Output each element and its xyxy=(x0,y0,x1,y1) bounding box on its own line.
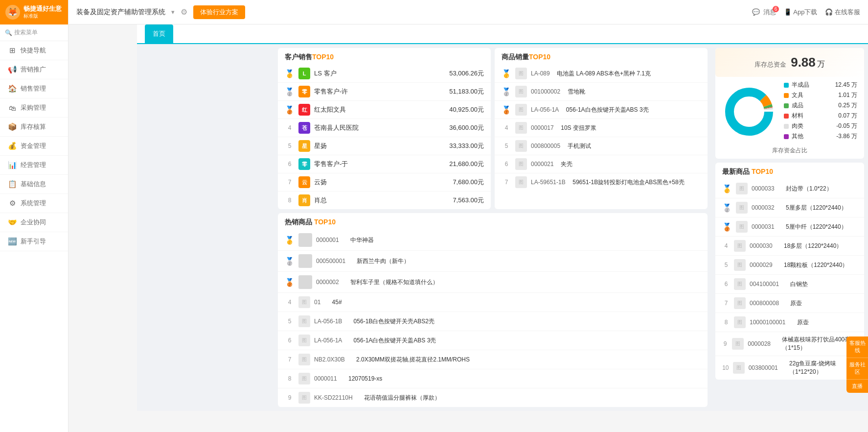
newest-header: 最新商品 TOP10 xyxy=(715,163,864,179)
logo-icon: 🦊 xyxy=(5,4,21,20)
sidebar-item-basic-info[interactable]: 📋基础信息 xyxy=(0,175,68,194)
customer-name: 零售客户-于 xyxy=(314,160,445,168)
system-label: 系统管理 xyxy=(21,199,46,208)
rank-num: 7 xyxy=(285,179,295,186)
legend-item: 成品 0.25 万 xyxy=(784,101,857,110)
sidebar-item-system[interactable]: ⚙系统管理 xyxy=(0,194,68,213)
sidebar-item-enterprise[interactable]: 🤝企业协同 xyxy=(0,213,68,232)
product-code: NB2.0X30B xyxy=(314,356,345,363)
product-name: 原壶 xyxy=(797,318,809,327)
customer-amount: 33,333.00元 xyxy=(449,142,484,150)
search-menu-btn[interactable]: 🔍 搜索菜单 xyxy=(5,28,63,37)
product-qty-row: 5 图 000800005 手机测试 xyxy=(495,137,708,155)
floating-btns: 客服热线服务社区直播 xyxy=(846,336,868,393)
product-thumb xyxy=(298,254,312,268)
newest-products-card: 最新商品 TOP10 🥇 图 0000033 封边带（1.0*22） 🥈 图 0… xyxy=(715,163,864,380)
product-qty-title: 商品销量TOP10 xyxy=(502,53,550,62)
sidebar-item-marketing[interactable]: 📢营销推广 xyxy=(0,60,68,79)
product-qty-row: 7 图 LA-59651-1B 59651-1B旋转投影灯电池盒ABS黑色+58… xyxy=(495,173,708,191)
product-code: 0000021 xyxy=(531,161,554,168)
customer-row: 5 星 星扬 33,333.00元 xyxy=(278,137,491,155)
rank-medal: 🥈 xyxy=(502,87,511,96)
gear-icon[interactable]: ⚙ xyxy=(181,7,187,17)
dropdown-icon[interactable]: ▾ xyxy=(171,8,175,16)
customer-list: 🥇 L LS 客户 53,006.26元 🥈 零 零售客户-许 51,183.0… xyxy=(278,65,491,209)
tab-home[interactable]: 首页 xyxy=(145,24,173,43)
product-name: 手机测试 xyxy=(568,143,591,149)
rank-medal: 🥇 xyxy=(722,184,732,193)
customer-name: 星扬 xyxy=(314,142,445,150)
hot-product-row: 🥇 0000001 中华神器 xyxy=(278,230,708,251)
product-code: LA-056-1B xyxy=(314,318,342,325)
rank-num: 8 xyxy=(285,375,295,382)
customer-row: 4 苍 苍南县人民医院 36,600.00元 xyxy=(278,119,491,137)
hot-product-row: 5 图 LA-056-1B 056-1B白色按键开关壳ABS2壳 xyxy=(278,312,708,331)
floating-btn[interactable]: 直播 xyxy=(846,380,868,393)
hot-product-row: 7 图 NB2.0X30B 2.0X30MM双搓花轴,搓花直径2.1MM/ROH… xyxy=(278,350,708,369)
product-icon: 图 xyxy=(734,240,746,252)
product-code: LA-089 xyxy=(531,70,550,77)
product-name: 原壶 xyxy=(790,299,802,308)
sidebar-item-operations[interactable]: 📊经营管理 xyxy=(0,156,68,175)
inventory-chart-label: 库存资金占比 xyxy=(715,146,864,159)
center-panel: 客户销售TOP10 🥇 L LS 客户 53,006.26元 🥈 零 零售客户-… xyxy=(274,44,711,411)
topbar-right: 💬 6 消息 📱 App下载 🎧 在线客服 xyxy=(752,8,860,17)
product-qty-row: 4 图 0000017 10S 变扭罗浆 xyxy=(495,119,708,137)
product-code: 0000029 xyxy=(750,262,773,268)
product-icon: 图 xyxy=(515,158,527,170)
app-download-btn[interactable]: 📱 App下载 xyxy=(784,8,817,17)
product-code: 0000028 xyxy=(748,340,771,347)
product-icon: 图 xyxy=(515,68,527,79)
message-btn[interactable]: 💬 6 消息 xyxy=(752,8,777,17)
customer-row: 🥇 L LS 客户 53,006.26元 xyxy=(278,65,491,83)
search-icon: 🔍 xyxy=(5,29,12,36)
topbar: 装备及固定资产辅助管理系统 ▾ ⚙ 体验行业方案 💬 6 消息 📱 App下载 … xyxy=(69,0,868,24)
product-code: 0000033 xyxy=(752,185,775,192)
customer-avatar: 肖 xyxy=(298,194,310,206)
rank-num: 4 xyxy=(285,124,295,131)
product-name: 056-1B白色按键开关壳ABS2壳 xyxy=(354,317,434,326)
sidebar-item-guide[interactable]: 🆕新手引导 xyxy=(0,232,68,251)
rank-medal: 🥈 xyxy=(285,257,295,266)
app-label: App下载 xyxy=(793,8,817,16)
customer-name: 肖总 xyxy=(314,196,449,205)
legend-value: -0.05 万 xyxy=(836,122,857,130)
operations-label: 经营管理 xyxy=(21,161,46,169)
sidebar-item-finance[interactable]: 💰资金管理 xyxy=(0,137,68,156)
floating-btn[interactable]: 服务社区 xyxy=(846,358,868,380)
marketing-label: 营销推广 xyxy=(21,65,46,74)
product-qty-list: 🥇 图 LA-089 电池盖 LA-089 ABS本色+黑种 7.1克 🥈 图 … xyxy=(495,65,708,191)
sidebar-item-inventory[interactable]: 📦库存核算 xyxy=(0,118,68,137)
sidebar-item-purchase[interactable]: 🛍采购管理 xyxy=(0,98,68,118)
floating-btn[interactable]: 客服热线 xyxy=(846,336,868,358)
customer-name: 红太阳文具 xyxy=(314,105,445,114)
newest-product-row: 9 图 0000028 体械嘉枝味苏打饮品400毫升（1*15） xyxy=(715,332,864,356)
product-code: 10000100001 xyxy=(750,319,785,326)
sidebar-search-area[interactable]: 🔍 搜索菜单 xyxy=(0,24,68,41)
service-btn[interactable]: 🎧 在线客服 xyxy=(825,8,860,17)
hot-products-title: 热销商品 TOP10 xyxy=(285,218,336,227)
product-name: 封边带（1.0*22） xyxy=(786,185,832,193)
inventory-card: 库存总资金 9.88 万 半成品 12.45 万 xyxy=(715,48,864,159)
product-name: 10S 变扭罗浆 xyxy=(561,124,596,131)
customer-row: 7 云 云扬 7,680.00元 xyxy=(278,173,491,192)
donut-container: 半成品 12.45 万 文具 1.01 万 成品 0.25 万 材料 0.07 … xyxy=(715,77,864,146)
product-icon: 图 xyxy=(515,86,527,97)
trial-btn[interactable]: 体验行业方案 xyxy=(193,5,245,19)
customer-row: 8 肖 肖总 7,563.00元 xyxy=(278,192,491,209)
product-icon: 图 xyxy=(298,335,310,346)
customer-avatar: 红 xyxy=(298,104,310,116)
sidebar: 🦊 畅捷通好生意 标准版 🔍 搜索菜单 ⊞快捷导航📢营销推广🏠销售管理🛍采购管理… xyxy=(0,0,69,432)
product-icon: 图 xyxy=(734,278,746,290)
customer-row: 6 零 零售客户-于 21,680.00元 xyxy=(278,155,491,173)
sidebar-item-quick-nav[interactable]: ⊞快捷导航 xyxy=(0,41,68,60)
legend-item: 文具 1.01 万 xyxy=(784,91,857,99)
newest-product-row: 10 图 003800001 22g鱼豆腐-烧烤味（1*12*20） xyxy=(715,356,864,380)
product-icon: 图 xyxy=(515,104,527,116)
rank-num: 5 xyxy=(285,143,295,149)
sidebar-item-sales[interactable]: 🏠销售管理 xyxy=(0,79,68,98)
svg-text:🦊: 🦊 xyxy=(8,7,18,17)
rank-num: 7 xyxy=(502,179,511,186)
legend-item: 材料 0.07 万 xyxy=(784,112,857,120)
customer-avatar: 零 xyxy=(298,158,310,170)
